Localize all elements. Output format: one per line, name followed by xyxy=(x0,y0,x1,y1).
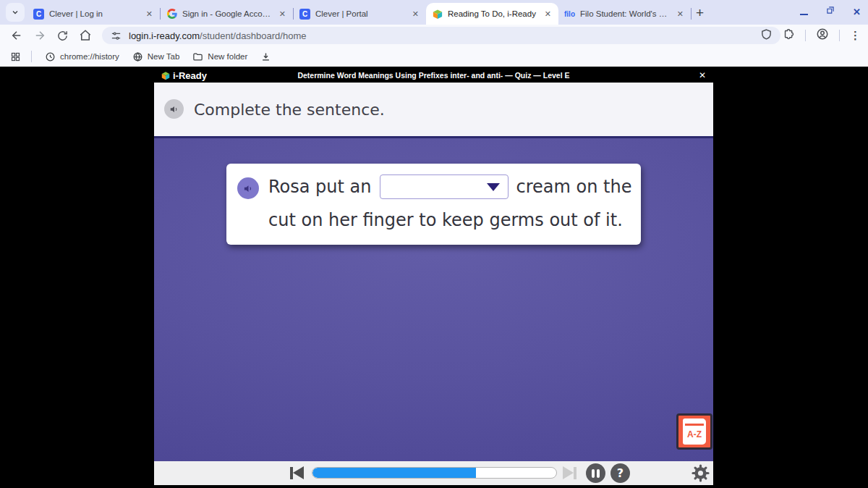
tab-close-icon[interactable]: ✕ xyxy=(145,9,154,19)
tab-close-icon[interactable]: ✕ xyxy=(676,9,685,19)
pause-button[interactable] xyxy=(586,463,605,483)
restore-icon[interactable] xyxy=(825,5,835,18)
answer-dropdown[interactable] xyxy=(380,174,509,199)
new-tab-button[interactable]: + xyxy=(696,6,704,20)
history-clock-icon xyxy=(45,51,56,62)
download-icon[interactable] xyxy=(260,51,271,62)
toolbar-actions: ⋮ xyxy=(760,25,861,46)
prompt-audio-button[interactable] xyxy=(164,99,184,119)
tab-search-button[interactable] xyxy=(6,3,25,22)
bookmark-label: chrome://history xyxy=(60,52,119,61)
filo-icon: filo xyxy=(564,9,575,20)
tab-close-icon[interactable]: ✕ xyxy=(278,9,287,19)
chevron-down-icon xyxy=(11,8,20,17)
extensions-puzzle-icon[interactable] xyxy=(783,28,795,43)
tab-close-icon[interactable]: ✕ xyxy=(543,9,553,19)
google-icon xyxy=(166,9,177,20)
dropdown-arrow-icon xyxy=(487,183,500,191)
previous-icon xyxy=(293,466,304,479)
question-card: Rosa put an cream on the cut on her fing… xyxy=(226,164,641,245)
tab-title: Sign in - Google Accounts xyxy=(182,9,273,18)
tab-iready-active[interactable]: Reading To Do, i-Ready ✕ xyxy=(426,3,558,25)
progress-bar xyxy=(312,467,557,479)
clever-icon: C xyxy=(33,9,44,20)
url-path: /student/dashboard/home xyxy=(200,30,306,41)
profile-avatar-icon[interactable] xyxy=(816,28,829,43)
tab-clever-login[interactable]: C Clever | Log in ✕ xyxy=(27,3,160,25)
gear-icon xyxy=(690,463,711,484)
prompt-band: Complete the sentence. xyxy=(154,83,713,136)
next-icon xyxy=(574,467,576,479)
url-domain: login.i-ready.com xyxy=(129,30,200,41)
apps-grid-icon[interactable] xyxy=(10,51,21,62)
minimize-icon[interactable] xyxy=(800,14,808,15)
quiz-close-icon[interactable]: ✕ xyxy=(699,69,706,83)
lesson-title: Determine Word Meanings Using Prefixes i… xyxy=(154,69,713,83)
bookmark-label: New folder xyxy=(208,52,247,61)
tab-title: Clever | Portal xyxy=(315,9,406,18)
next-button[interactable] xyxy=(563,466,576,479)
help-icon: ? xyxy=(617,466,624,480)
iready-cube-icon xyxy=(432,9,443,20)
folder-icon xyxy=(192,51,203,62)
bookmark-label: New Tab xyxy=(148,52,180,61)
sentence-part1: Rosa put an xyxy=(268,177,372,197)
address-bar[interactable]: login.i-ready.com/student/dashboard/home xyxy=(102,27,780,44)
tab-title: Clever | Log in xyxy=(49,9,140,18)
shield-icon[interactable] xyxy=(760,28,773,43)
player-controls: ? xyxy=(154,461,713,485)
globe-icon xyxy=(132,51,143,62)
reload-button[interactable] xyxy=(56,30,69,42)
home-button[interactable] xyxy=(79,29,92,42)
page-background: i-Ready Determine Word Meanings Using Pr… xyxy=(0,67,868,488)
tab-title: Filo Student: World's Only Live xyxy=(580,9,671,18)
next-icon xyxy=(563,466,574,479)
tab-strip: C Clever | Log in ✕ Sign in - Google Acc… xyxy=(0,0,868,25)
forward-button[interactable] xyxy=(33,29,46,42)
progress-fill xyxy=(312,468,476,478)
question-audio-button[interactable] xyxy=(237,177,259,199)
tab-filo-student[interactable]: filo Filo Student: World's Only Live ✕ xyxy=(558,3,691,25)
tab-title: Reading To Do, i-Ready xyxy=(448,9,538,18)
browser-toolbar: login.i-ready.com/student/dashboard/home xyxy=(0,25,868,46)
clever-icon: C xyxy=(299,9,310,20)
menu-kebab-icon[interactable]: ⋮ xyxy=(850,29,861,42)
bookmarks-divider xyxy=(31,51,32,62)
question-stage: Rosa put an cream on the cut on her fing… xyxy=(154,138,713,461)
help-button[interactable]: ? xyxy=(610,463,630,483)
back-button[interactable] xyxy=(10,29,23,42)
sentence-part2: cream on the xyxy=(516,177,632,197)
settings-button[interactable] xyxy=(690,463,711,487)
tab-divider xyxy=(691,8,692,20)
pause-icon xyxy=(592,469,600,478)
quiz-header: i-Ready Determine Word Meanings Using Pr… xyxy=(154,69,713,83)
dictionary-button[interactable]: A-Z xyxy=(676,413,712,450)
bookmark-history[interactable]: chrome://history xyxy=(45,51,119,62)
url-text: login.i-ready.com/student/dashboard/home xyxy=(129,30,306,41)
toolbar-divider xyxy=(839,30,840,41)
sentence-line2: cut on her finger to keep germs out of i… xyxy=(268,206,634,235)
sentence-text: Rosa put an cream on the cut on her fing… xyxy=(268,171,634,235)
dictionary-label: A-Z xyxy=(687,429,702,439)
bookmark-new-folder[interactable]: New folder xyxy=(192,51,247,62)
window-controls: ✕ xyxy=(800,4,861,19)
bookmark-new-tab[interactable]: New Tab xyxy=(132,51,180,62)
previous-button[interactable] xyxy=(290,466,304,479)
dictionary-book-icon: A-Z xyxy=(683,418,706,445)
quiz-modal: i-Ready Determine Word Meanings Using Pr… xyxy=(154,69,713,485)
tab-close-icon[interactable]: ✕ xyxy=(411,9,420,19)
tab-google-signin[interactable]: Sign in - Google Accounts ✕ xyxy=(161,3,293,25)
site-settings-icon[interactable] xyxy=(111,30,122,41)
prompt-text: Complete the sentence. xyxy=(194,83,385,136)
window-close-icon[interactable]: ✕ xyxy=(853,7,861,17)
speaker-icon xyxy=(243,183,254,194)
bookmarks-bar: chrome://history New Tab New folder xyxy=(0,46,868,67)
browser-window: C Clever | Log in ✕ Sign in - Google Acc… xyxy=(0,0,868,488)
speaker-icon xyxy=(169,104,179,114)
toolbar-divider xyxy=(805,30,806,41)
tab-clever-portal[interactable]: C Clever | Portal ✕ xyxy=(294,3,426,25)
